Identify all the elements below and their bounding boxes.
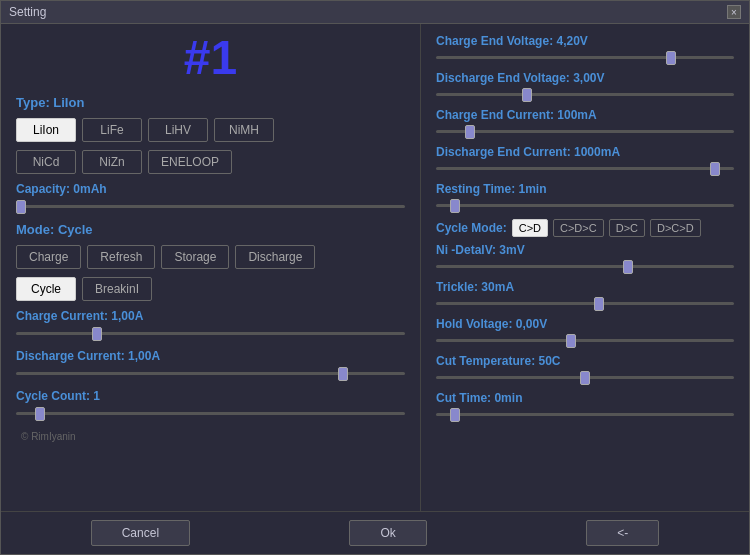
capacity-label: Capacity: 0mAh (16, 182, 405, 196)
btn-cycle[interactable]: Cycle (16, 277, 76, 301)
charge-current-slider[interactable] (16, 325, 405, 341)
btn-life[interactable]: LiFe (82, 118, 142, 142)
discharge-current-slider[interactable] (16, 365, 405, 381)
btn-liion[interactable]: LiIon (16, 118, 76, 142)
resting-time-label: Resting Time: 1min (436, 182, 734, 196)
btn-charge[interactable]: Charge (16, 245, 81, 269)
mode-label: Mode: Cycle (16, 222, 405, 237)
charge-end-voltage-slider[interactable] (436, 49, 734, 65)
discharge-end-current-section: Discharge End Current: 1000mA (436, 145, 734, 176)
footer: Cancel Ok <- (1, 511, 749, 554)
btn-ctodtoc[interactable]: C>D>C (553, 219, 604, 237)
cut-temperature-slider[interactable] (436, 369, 734, 385)
btn-nizn[interactable]: NiZn (82, 150, 142, 174)
cut-time-section: Cut Time: 0min (436, 391, 734, 422)
main-window: Setting × #1 Type: LiIon LiIon LiFe LiHV… (0, 0, 750, 555)
charge-end-voltage-section: Charge End Voltage: 4,20V (436, 34, 734, 65)
hold-voltage-label: Hold Voltage: 0,00V (436, 317, 734, 331)
charge-end-current-section: Charge End Current: 100mA (436, 108, 734, 139)
trickle-section: Trickle: 30mA (436, 280, 734, 311)
discharge-end-current-slider[interactable] (436, 160, 734, 176)
cycle-count-section: Cycle Count: 1 (16, 389, 405, 421)
mode-button-group-2: Cycle BreakinI (16, 277, 405, 301)
discharge-end-current-label: Discharge End Current: 1000mA (436, 145, 734, 159)
discharge-end-voltage-label: Discharge End Voltage: 3,00V (436, 71, 734, 85)
discharge-current-section: Discharge Current: 1,00A (16, 349, 405, 381)
btn-lihv[interactable]: LiHV (148, 118, 208, 142)
cycle-mode-section: Cycle Mode: C>D C>D>C D>C D>C>D (436, 219, 734, 237)
type-button-group-2: NiCd NiZn ENELOOP (16, 150, 405, 174)
back-button[interactable]: <- (586, 520, 659, 546)
btn-dtocтod[interactable]: D>C>D (650, 219, 701, 237)
window-title: Setting (9, 5, 46, 19)
discharge-end-voltage-section: Discharge End Voltage: 3,00V (436, 71, 734, 102)
type-label: Type: LiIon (16, 95, 405, 110)
channel-title: #1 (16, 34, 405, 82)
cycle-mode-label: Cycle Mode: (436, 221, 507, 235)
btn-refresh[interactable]: Refresh (87, 245, 155, 269)
resting-time-slider[interactable] (436, 197, 734, 213)
charge-end-voltage-label: Charge End Voltage: 4,20V (436, 34, 734, 48)
hold-voltage-slider[interactable] (436, 332, 734, 348)
charge-end-current-label: Charge End Current: 100mA (436, 108, 734, 122)
mode-button-group-1: Charge Refresh Storage Discharge (16, 245, 405, 269)
title-bar: Setting × (1, 1, 749, 24)
btn-dtoc[interactable]: D>C (609, 219, 645, 237)
cycle-count-label: Cycle Count: 1 (16, 389, 405, 403)
trickle-label: Trickle: 30mA (436, 280, 734, 294)
charge-end-current-slider[interactable] (436, 123, 734, 139)
cycle-count-slider[interactable] (16, 405, 405, 421)
btn-breakin[interactable]: BreakinI (82, 277, 152, 301)
btn-ctod[interactable]: C>D (512, 219, 548, 237)
cut-time-slider[interactable] (436, 406, 734, 422)
discharge-current-label: Discharge Current: 1,00A (16, 349, 405, 363)
cut-time-label: Cut Time: 0min (436, 391, 734, 405)
close-button[interactable]: × (727, 5, 741, 19)
charge-current-section: Charge Current: 1,00A (16, 309, 405, 341)
ni-delta-v-slider[interactable] (436, 258, 734, 274)
ni-delta-v-section: Ni -DetalV: 3mV (436, 243, 734, 274)
btn-storage[interactable]: Storage (161, 245, 229, 269)
cut-temperature-label: Cut Temperature: 50C (436, 354, 734, 368)
copyright: © RimIyanin (16, 429, 405, 444)
btn-eneloop[interactable]: ENELOOP (148, 150, 232, 174)
type-button-group: LiIon LiFe LiHV NiMH (16, 118, 405, 142)
content-area: #1 Type: LiIon LiIon LiFe LiHV NiMH NiCd… (1, 24, 749, 511)
resting-time-section: Resting Time: 1min (436, 182, 734, 213)
capacity-slider[interactable] (16, 198, 405, 214)
discharge-end-voltage-slider[interactable] (436, 86, 734, 102)
ok-button[interactable]: Ok (349, 520, 426, 546)
btn-discharge[interactable]: Discharge (235, 245, 315, 269)
ni-delta-v-label: Ni -DetalV: 3mV (436, 243, 734, 257)
cancel-button[interactable]: Cancel (91, 520, 190, 546)
btn-nimh[interactable]: NiMH (214, 118, 274, 142)
left-panel: #1 Type: LiIon LiIon LiFe LiHV NiMH NiCd… (1, 24, 421, 511)
trickle-slider[interactable] (436, 295, 734, 311)
btn-nicd[interactable]: NiCd (16, 150, 76, 174)
cut-temperature-section: Cut Temperature: 50C (436, 354, 734, 385)
charge-current-label: Charge Current: 1,00A (16, 309, 405, 323)
right-panel: Charge End Voltage: 4,20V Discharge End … (421, 24, 749, 511)
hold-voltage-section: Hold Voltage: 0,00V (436, 317, 734, 348)
capacity-section: Capacity: 0mAh (16, 182, 405, 214)
